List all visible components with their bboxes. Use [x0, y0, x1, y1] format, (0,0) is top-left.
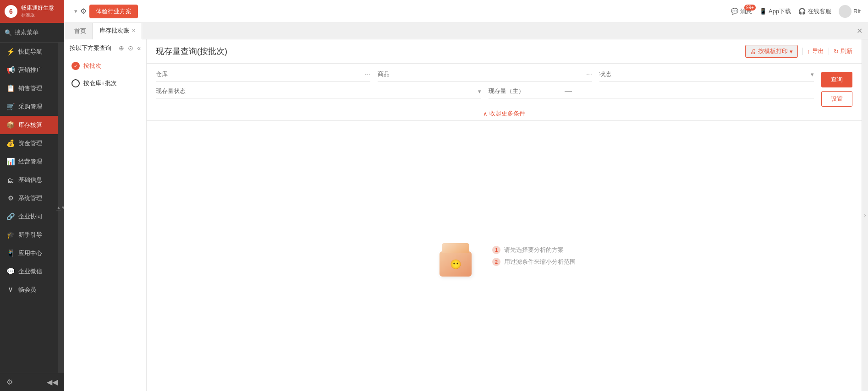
avatar: [839, 5, 852, 18]
sidebar-item-wechat[interactable]: 💬 企业微信: [0, 262, 58, 281]
product-label: 商品: [378, 70, 391, 78]
user-menu[interactable]: Rit: [839, 5, 861, 18]
topbar-gear-icon[interactable]: ⚙: [80, 7, 87, 16]
system-icon: ⚙: [6, 194, 15, 202]
collapse-icon: ∧: [483, 110, 488, 117]
empty-content: 😶 1 请先选择要分析的方案 2 用过滤条件来缩小分析范围: [433, 233, 576, 279]
sidebar-item-inventory[interactable]: 📦 库存核算: [0, 116, 58, 134]
inventory-status-dropdown-icon[interactable]: ▾: [478, 88, 481, 95]
finance-icon: 💰: [6, 139, 15, 147]
filter-row-1: 仓库 ··· 商品 ···: [156, 70, 814, 81]
sidebar-item-shortcut[interactable]: ⚡ 快捷导航: [0, 43, 58, 61]
stock-min-input[interactable]: [524, 88, 561, 95]
sidebar-item-newbie[interactable]: 🎓 新手引导: [0, 226, 58, 244]
scroll-down-btn[interactable]: ▼: [61, 205, 64, 210]
status-dropdown-icon[interactable]: ▾: [811, 71, 814, 78]
empty-state: 😶 1 请先选择要分析的方案 2 用过滤条件来缩小分析范围: [147, 121, 862, 391]
close-all-tabs-button[interactable]: ✕: [851, 27, 868, 35]
tab-inventory-batch[interactable]: 库存批次账 ×: [93, 23, 142, 39]
add-scheme-icon[interactable]: ⊕: [119, 44, 124, 52]
sidebar-item-finance[interactable]: 💰 资金管理: [0, 134, 58, 152]
settings-button[interactable]: 设置: [821, 91, 852, 107]
export-button[interactable]: ↑ 导出: [808, 47, 824, 55]
online-service-button[interactable]: 🎧 在线客服: [798, 7, 831, 16]
right-edge-panel[interactable]: ›: [862, 39, 868, 391]
query-button[interactable]: 查询: [821, 72, 852, 87]
basic-icon: 🗂: [6, 176, 15, 184]
warehouse-dots[interactable]: ···: [364, 70, 370, 78]
tab-close-icon[interactable]: ×: [132, 27, 135, 34]
sidebar-item-label: 采购管理: [18, 103, 42, 111]
scroll-up-btn[interactable]: ▲: [56, 205, 61, 211]
topbar-right: 💬 消息 99+ 📱 App下载 🎧 在线客服 Rit: [731, 5, 861, 18]
tip-2-text: 用过滤条件来缩小分析范围: [504, 258, 576, 266]
filter-section: 仓库 ··· 商品 ···: [147, 64, 862, 121]
inventory-status-input[interactable]: [186, 88, 478, 95]
sidebar-item-sales[interactable]: 📋 销售管理: [0, 79, 58, 98]
sidebar-item-operations[interactable]: 📊 经营管理: [0, 152, 58, 171]
divider-1: [802, 48, 803, 55]
newbie-icon: 🎓: [6, 231, 15, 239]
sidebar-search-area: 🔍 搜索菜单: [0, 23, 64, 43]
service-icon: 🎧: [798, 8, 806, 15]
sidebar-item-label: 营销推广: [18, 66, 42, 74]
trial-button[interactable]: 体验行业方案: [89, 5, 138, 18]
empty-box-face: 😶: [450, 259, 461, 270]
sidebar-item-enterprise[interactable]: 🔗 企业协同: [0, 207, 58, 226]
empty-illustration: 😶: [433, 233, 478, 279]
print-button[interactable]: 🖨 按模板打印 ▾: [745, 45, 798, 58]
sidebar-footer: ⚙ ◀◀: [0, 373, 64, 391]
scheme-item-by-warehouse-batch[interactable]: 按仓库+批次: [64, 75, 146, 92]
empty-box-body: 😶: [439, 251, 472, 277]
message-button[interactable]: 💬 消息 99+: [731, 7, 752, 16]
sidebar-company-info: 畅康通好生意 标准版: [21, 5, 54, 18]
scheme-item-by-batch[interactable]: ✓ 按批次: [64, 57, 146, 75]
sidebar-search-button[interactable]: 🔍 搜索菜单: [5, 27, 60, 38]
refresh-icon: ↻: [834, 48, 839, 55]
tip-1-number: 1: [492, 246, 500, 254]
collapse-panel-icon[interactable]: «: [137, 44, 141, 52]
sidebar-search-label: 搜索菜单: [15, 28, 38, 37]
footer-settings-icon[interactable]: ⚙: [6, 378, 13, 386]
print-dropdown-icon[interactable]: ▾: [790, 48, 793, 55]
sidebar-logo: 6: [5, 5, 17, 18]
sidebar-item-basic[interactable]: 🗂 基础信息: [0, 171, 58, 189]
refresh-label: 刷新: [841, 47, 852, 55]
print-icon: 🖨: [750, 48, 756, 55]
sidebar-item-marketing[interactable]: 📢 营销推广: [0, 61, 58, 79]
warehouse-input[interactable]: [170, 71, 363, 78]
topbar-dropdown-icon[interactable]: ▾: [74, 8, 77, 15]
footer-collapse-icon[interactable]: ◀◀: [47, 378, 58, 386]
app-download-label: App下载: [769, 7, 791, 16]
marketing-icon: 📢: [6, 66, 15, 74]
username: Rit: [853, 8, 861, 15]
filter-row-2: 现存量状态 ▾ 现存量（主） —: [156, 87, 814, 98]
sidebar-item-system[interactable]: ⚙ 系统管理: [0, 189, 58, 207]
scheme-settings-icon[interactable]: ⊙: [128, 44, 133, 52]
sidebar-scroll-area: ⚡ 快捷导航 📢 营销推广 📋 销售管理 🛒 采购管理 📦 库存核算 💰: [0, 43, 64, 373]
product-input[interactable]: [391, 71, 584, 78]
collapse-filter-button[interactable]: ∧ 收起更多条件: [147, 107, 862, 120]
home-tab-label: 首页: [74, 27, 86, 35]
sidebar-item-label: 经营管理: [18, 157, 42, 166]
app-download-button[interactable]: 📱 App下载: [759, 7, 791, 16]
service-label: 在线客服: [808, 7, 831, 16]
tab-home[interactable]: 首页: [68, 23, 93, 39]
operations-icon: 📊: [6, 157, 15, 166]
left-panel-title: 按以下方案查询: [70, 44, 111, 52]
export-label: 导出: [812, 47, 824, 55]
purchase-icon: 🛒: [6, 103, 15, 111]
sidebar-item-purchase[interactable]: 🛒 采购管理: [0, 98, 58, 116]
app-icon: 📱: [6, 249, 15, 257]
refresh-button[interactable]: ↻ 刷新: [834, 47, 852, 55]
product-dots[interactable]: ···: [586, 70, 592, 78]
left-panel: 按以下方案查询 ⊕ ⊙ « ✓ 按批次 按仓库+批次: [64, 39, 147, 391]
stock-max-input[interactable]: [576, 88, 612, 95]
sidebar-item-label: 企业微信: [18, 267, 42, 276]
tip-2-number: 2: [492, 258, 500, 266]
status-input[interactable]: [613, 71, 811, 78]
sidebar-item-member[interactable]: V 畅会员: [0, 281, 58, 299]
sidebar-item-app[interactable]: 📱 应用中心: [0, 244, 58, 262]
scheme-inactive-indicator: [71, 79, 80, 87]
status-filter: 状态 ▾: [599, 70, 814, 81]
